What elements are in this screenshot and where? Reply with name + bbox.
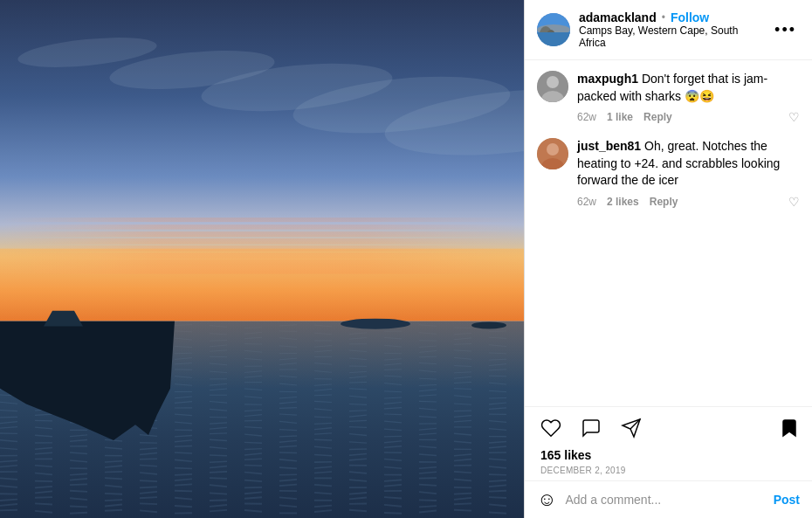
comment-body-2: just_ben81 Oh, great. Notches the heatin… xyxy=(577,138,800,209)
comment-input[interactable] xyxy=(565,493,764,507)
comment-text-2: just_ben81 Oh, great. Notches the heatin… xyxy=(577,138,800,190)
action-icons-row xyxy=(537,414,800,445)
separator-dot: • xyxy=(662,11,665,24)
commenter-name-2: just_ben81 xyxy=(577,139,641,153)
post-comment-button[interactable]: Post xyxy=(774,493,800,507)
poster-avatar xyxy=(537,13,570,46)
share-button[interactable] xyxy=(617,414,645,445)
post-image xyxy=(0,0,524,518)
actions-bar: 165 likes December 2, 2019 xyxy=(525,406,812,480)
comment-avatar-justben xyxy=(537,138,568,169)
comment-likes-2: 2 likes xyxy=(607,196,639,208)
poster-location: Camps Bay, Western Cape, South Africa xyxy=(579,24,762,49)
comment-likes-1: 1 like xyxy=(607,111,633,123)
bookmark-button[interactable] xyxy=(779,418,800,441)
poster-username: adamackland xyxy=(579,10,657,24)
comment-meta-1: 62w 1 like Reply ♡ xyxy=(577,110,800,124)
like-comment-button-1[interactable]: ♡ xyxy=(788,110,800,124)
comment-avatar-maxpugh xyxy=(537,71,568,102)
more-options-button[interactable]: ••• xyxy=(771,17,800,43)
commenter-name-1: maxpugh1 xyxy=(577,72,638,86)
heart-icon xyxy=(540,418,561,439)
comment-item: maxpugh1 Don't forget that is jam-packed… xyxy=(537,71,800,124)
comment-body-1: maxpugh1 Don't forget that is jam-packed… xyxy=(577,71,800,124)
header-text: adamackland • Follow Camps Bay, Western … xyxy=(579,10,762,49)
emoji-button[interactable]: ☺ xyxy=(537,488,556,511)
reply-button-1[interactable]: Reply xyxy=(643,111,672,123)
comment-icon xyxy=(581,418,602,439)
svg-point-9 xyxy=(547,143,559,155)
comment-text-1: maxpugh1 Don't forget that is jam-packed… xyxy=(577,71,800,105)
like-button[interactable] xyxy=(537,414,565,445)
comment-meta-2: 62w 2 likes Reply ♡ xyxy=(577,195,800,209)
post-date: December 2, 2019 xyxy=(537,466,800,475)
bookmark-icon xyxy=(779,418,800,439)
share-icon xyxy=(621,418,642,439)
svg-rect-4 xyxy=(537,32,570,46)
comment-item-2: just_ben81 Oh, great. Notches the heatin… xyxy=(537,138,800,209)
add-comment-bar: ☺ Post xyxy=(525,480,812,518)
post-info-panel: adamackland • Follow Camps Bay, Western … xyxy=(524,0,812,518)
comment-button[interactable] xyxy=(577,414,605,445)
likes-count: 165 likes xyxy=(537,448,800,462)
follow-button[interactable]: Follow xyxy=(671,10,709,24)
comment-time-2: 62w xyxy=(577,196,596,208)
like-comment-button-2[interactable]: ♡ xyxy=(788,195,800,209)
comment-time-1: 62w xyxy=(577,111,596,123)
comments-area: maxpugh1 Don't forget that is jam-packed… xyxy=(525,60,812,406)
reply-button-2[interactable]: Reply xyxy=(650,196,678,208)
svg-point-6 xyxy=(547,76,559,88)
username-follow-row: adamackland • Follow xyxy=(579,10,762,24)
post-header: adamackland • Follow Camps Bay, Western … xyxy=(525,0,812,60)
